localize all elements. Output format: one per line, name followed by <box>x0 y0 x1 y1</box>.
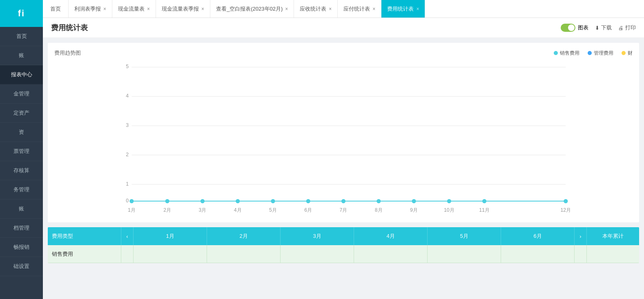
tab-close-cash-flow-quarterly[interactable]: × <box>201 6 204 12</box>
chart-legend: 销售费用 管理费用 财 <box>554 50 633 57</box>
svg-point-22 <box>482 199 486 203</box>
th-type-label: 费用类型 <box>52 233 73 240</box>
table-header-row: 费用类型 ‹ 1月 2月 3月 4月 5月 <box>48 227 639 245</box>
main-area: 首页 利润表季报 × 现金流量表 × 现金流量表季报 × 查看_空白报表(202… <box>43 0 644 299</box>
svg-text:12月: 12月 <box>560 207 571 213</box>
th-month-1-label: 1月 <box>166 233 174 240</box>
line-chart: 5 4 3 2 1 0 <box>54 61 633 216</box>
svg-point-18 <box>341 199 345 203</box>
print-icon: 🖨 <box>618 25 624 31</box>
print-button[interactable]: 🖨 打印 <box>618 24 636 31</box>
sidebar-item-fund-mgmt[interactable]: 金管理 <box>0 84 43 104</box>
download-button[interactable]: ⬇ 下载 <box>595 24 612 31</box>
svg-text:6月: 6月 <box>304 207 312 213</box>
tab-close-profit-quarterly[interactable]: × <box>103 6 106 12</box>
th-month-6-label: 6月 <box>533 233 541 240</box>
th-prev[interactable]: ‹ <box>121 227 134 245</box>
page-header: 费用统计表 图表 ⬇ 下载 🖨 打印 <box>43 18 644 38</box>
td-type-value: 销售费用 <box>52 250 73 258</box>
td-m5 <box>428 245 501 263</box>
svg-text:4: 4 <box>126 93 129 99</box>
legend-label-sales: 销售费用 <box>560 50 579 57</box>
tab-cash-flow[interactable]: 现金流量表 × <box>112 0 156 18</box>
sidebar-item-sub-account[interactable]: 账 <box>0 199 43 219</box>
table-section: 费用类型 ‹ 1月 2月 3月 4月 5月 <box>48 227 639 263</box>
svg-text:8月: 8月 <box>375 207 383 213</box>
sidebar-item-report-center[interactable]: 报表中心 <box>0 65 43 84</box>
td-m3 <box>281 245 354 263</box>
legend-dot-finance <box>622 51 626 55</box>
svg-text:3: 3 <box>126 122 129 128</box>
chart-toggle-label: 图表 <box>578 24 588 31</box>
svg-text:1: 1 <box>126 181 129 187</box>
legend-admin: 管理费用 <box>588 50 613 57</box>
tab-close-cash-flow[interactable]: × <box>147 6 150 12</box>
sidebar-item-investment[interactable]: 资 <box>0 123 43 142</box>
th-month-4-label: 4月 <box>386 233 394 240</box>
sidebar-item-home[interactable]: 首页 <box>0 27 43 46</box>
tab-close-blank-report[interactable]: × <box>285 6 288 12</box>
tab-bar: 首页 利润表季报 × 现金流量表 × 现金流量表季报 × 查看_空白报表(202… <box>43 0 644 18</box>
chart-container: 5 4 3 2 1 0 <box>54 61 633 216</box>
sidebar-item-invoice-mgmt[interactable]: 票管理 <box>0 142 43 161</box>
sidebar-item-archive-mgmt[interactable]: 档管理 <box>0 219 43 238</box>
tab-expense-stats[interactable]: 费用统计表 × <box>381 0 425 18</box>
th-month-3-label: 3月 <box>313 233 321 240</box>
td-ytd <box>587 245 639 263</box>
chart-toggle-wrap[interactable]: 图表 <box>561 24 588 32</box>
th-ytd: 本年累计 <box>587 227 639 245</box>
td-m1 <box>134 245 207 263</box>
th-month-3: 3月 <box>281 227 354 245</box>
svg-text:2: 2 <box>126 152 129 157</box>
sidebar-item-account[interactable]: 账 <box>0 46 43 65</box>
sidebar: fi 首页 账 报表中心 金管理 定资产 资 票管理 存核算 务管理 账 档管理… <box>0 0 43 299</box>
tab-profit-quarterly[interactable]: 利润表季报 × <box>69 0 112 18</box>
th-type: 费用类型 <box>48 227 121 245</box>
chart-title: 费用趋势图 <box>54 49 81 57</box>
sidebar-item-service-mgmt[interactable]: 务管理 <box>0 180 43 199</box>
tab-blank-report[interactable]: 查看_空白报表(2023年02月) × <box>210 0 294 18</box>
legend-label-admin: 管理费用 <box>594 50 613 57</box>
tab-payable[interactable]: 应付统计表 × <box>338 0 381 18</box>
sidebar-item-inventory[interactable]: 存核算 <box>0 161 43 180</box>
th-next[interactable]: › <box>575 227 587 245</box>
th-month-1: 1月 <box>134 227 207 245</box>
legend-label-finance: 财 <box>628 50 633 57</box>
sidebar-item-fixed-assets[interactable]: 定资产 <box>0 104 43 123</box>
chart-header: 费用趋势图 销售费用 管理费用 财 <box>54 49 633 57</box>
td-spacer-prev <box>121 245 134 263</box>
tab-close-expense-stats[interactable]: × <box>416 6 419 12</box>
tab-close-payable[interactable]: × <box>372 6 375 12</box>
prev-arrow-icon[interactable]: ‹ <box>126 233 128 239</box>
tab-cash-flow-quarterly[interactable]: 现金流量表季报 × <box>156 0 210 18</box>
svg-text:4月: 4月 <box>234 207 242 213</box>
sidebar-item-expense-claim[interactable]: 畅报销 <box>0 238 43 257</box>
tab-home[interactable]: 首页 <box>43 0 69 18</box>
legend-dot-sales <box>554 51 558 55</box>
svg-text:2月: 2月 <box>163 207 171 213</box>
td-m2 <box>207 245 281 263</box>
th-month-2: 2月 <box>207 227 281 245</box>
download-icon: ⬇ <box>595 25 599 31</box>
td-type: 销售费用 <box>48 245 121 263</box>
svg-text:0: 0 <box>126 198 129 204</box>
svg-point-23 <box>564 199 568 203</box>
svg-point-17 <box>306 199 310 203</box>
td-spacer-next <box>575 245 587 263</box>
th-month-6: 6月 <box>501 227 575 245</box>
tab-close-receivable[interactable]: × <box>329 6 332 12</box>
svg-point-21 <box>447 199 451 203</box>
tab-receivable[interactable]: 应收统计表 × <box>294 0 338 18</box>
legend-sales: 销售费用 <box>554 50 579 57</box>
svg-point-12 <box>129 199 134 203</box>
next-arrow-icon[interactable]: › <box>579 233 581 239</box>
th-month-2-label: 2月 <box>239 233 247 240</box>
chart-toggle[interactable] <box>561 24 575 32</box>
th-month-5-label: 5月 <box>460 233 468 240</box>
svg-text:3月: 3月 <box>198 207 206 213</box>
svg-text:9月: 9月 <box>410 207 418 213</box>
legend-dot-admin <box>588 51 592 55</box>
sidebar-item-basic-settings[interactable]: 础设置 <box>0 257 43 276</box>
page-title: 费用统计表 <box>51 23 88 33</box>
table-row: 销售费用 <box>48 245 639 263</box>
